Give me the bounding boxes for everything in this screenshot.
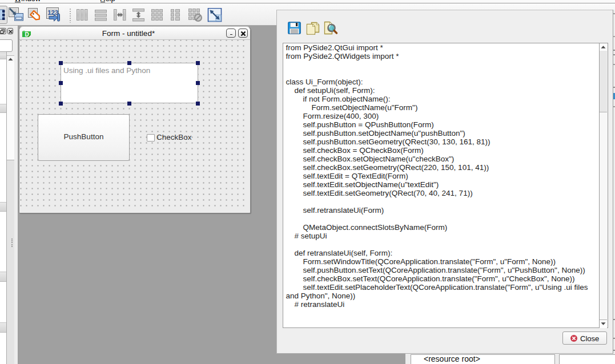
svg-text:123: 123 (47, 9, 58, 16)
svg-text:D: D (25, 31, 29, 38)
